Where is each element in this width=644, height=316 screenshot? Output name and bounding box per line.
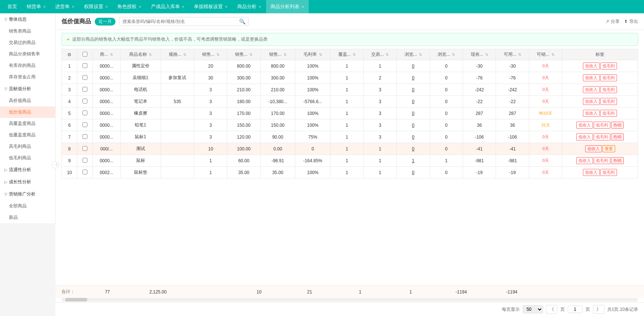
- scrollbar-thumb[interactable]: [65, 298, 87, 302]
- cell-browse1[interactable]: 0: [397, 84, 430, 96]
- nav-product-in[interactable]: 产成品入库单×: [147, 0, 189, 13]
- col-checkbox[interactable]: [77, 49, 93, 60]
- sidebar-collapse-button[interactable]: 《: [52, 161, 59, 169]
- browse-link[interactable]: 0: [412, 99, 415, 104]
- cell-browse1[interactable]: 0: [397, 60, 430, 72]
- first-page-button[interactable]: 《: [546, 305, 557, 314]
- close-icon[interactable]: ×: [259, 4, 261, 9]
- cell-browse1[interactable]: 0: [397, 131, 430, 143]
- close-icon[interactable]: ×: [302, 4, 304, 9]
- nav-permission[interactable]: 权限设置×: [80, 0, 112, 13]
- page-number-input[interactable]: [568, 306, 583, 313]
- browse-link[interactable]: 0: [412, 135, 415, 140]
- sidebar-item-new-goods[interactable]: 新品: [0, 212, 55, 223]
- cell-browse1[interactable]: 0: [397, 143, 430, 155]
- cell-browse1[interactable]: 0: [397, 96, 430, 108]
- export-button[interactable]: ⬆ 导出: [624, 18, 638, 25]
- sidebar-item-stock-goods[interactable]: 有库存的商品: [0, 60, 55, 71]
- row-checkbox[interactable]: [83, 158, 87, 163]
- cell-checkbox[interactable]: [77, 143, 93, 155]
- col-saleable[interactable]: 可销... ⇅: [529, 49, 562, 60]
- sidebar-group-growth[interactable]: ▷ 成长性分析: [0, 176, 55, 188]
- row-checkbox[interactable]: [83, 75, 87, 80]
- last-page-button[interactable]: 》: [593, 305, 604, 314]
- cell-checkbox[interactable]: [77, 167, 93, 179]
- close-icon[interactable]: ×: [225, 4, 227, 9]
- nav-analysis-list[interactable]: 商品分析列表×: [266, 0, 308, 13]
- sidebar-group-contribution[interactable]: ▽ 贡献值分析: [0, 83, 55, 95]
- row-checkbox[interactable]: [83, 146, 87, 151]
- cell-checkbox[interactable]: [77, 72, 93, 84]
- close-icon[interactable]: ×: [43, 4, 46, 9]
- cell-browse1[interactable]: 0: [397, 167, 430, 179]
- sidebar-item-high-margin[interactable]: 高毛利商品: [0, 141, 55, 152]
- share-button[interactable]: ↗ 分享: [606, 18, 620, 25]
- close-icon[interactable]: ×: [105, 4, 108, 9]
- col-available[interactable]: 可用... ⇅: [496, 49, 529, 60]
- cell-browse1[interactable]: 0: [397, 108, 430, 119]
- row-checkbox[interactable]: [83, 122, 87, 127]
- col-code[interactable]: 商... ⇅: [93, 49, 120, 60]
- col-browse1[interactable]: 浏览... ⇅: [397, 49, 430, 60]
- nav-template[interactable]: 单据模板设置×: [189, 0, 232, 13]
- cell-checkbox[interactable]: [77, 155, 93, 167]
- row-checkbox[interactable]: [83, 170, 87, 174]
- browse-link[interactable]: 0: [412, 87, 415, 92]
- row-checkbox[interactable]: [83, 111, 87, 115]
- sidebar-item-all-goods[interactable]: 全部商品: [0, 200, 55, 212]
- cell-checkbox[interactable]: [77, 108, 93, 119]
- sidebar-item-category-rate[interactable]: 商品分类销售率: [0, 48, 55, 60]
- cell-checkbox[interactable]: [77, 84, 93, 96]
- col-trade[interactable]: 交易... ⇅: [363, 49, 396, 60]
- sidebar-item-stock-capital[interactable]: 库存资金占用: [0, 71, 55, 83]
- sidebar-item-sales-goods[interactable]: 销售类商品: [0, 26, 55, 37]
- cell-checkbox[interactable]: [77, 96, 93, 108]
- nav-home[interactable]: 首页: [3, 0, 21, 13]
- col-stock[interactable]: 现有... ⇅: [463, 49, 496, 60]
- col-name[interactable]: 商品名称 ⇅: [120, 49, 161, 60]
- col-spec[interactable]: 规格... ⇅: [161, 49, 194, 60]
- sidebar-item-low-coverage[interactable]: 低覆盖度商品: [0, 129, 55, 141]
- row-checkbox[interactable]: [83, 99, 87, 103]
- row-checkbox[interactable]: [83, 63, 87, 68]
- sidebar-item-traded-goods[interactable]: 交易过的商品: [0, 37, 55, 48]
- close-icon[interactable]: ×: [139, 4, 141, 9]
- cell-browse1[interactable]: 0: [397, 119, 430, 131]
- cell-browse1[interactable]: 1: [397, 155, 430, 167]
- sidebar-item-low-value[interactable]: 低价值商品: [0, 106, 55, 118]
- col-amount2[interactable]: 销售... ⇅: [260, 49, 295, 60]
- nav-sales[interactable]: 销货单×: [22, 0, 50, 13]
- sidebar-item-high-value[interactable]: 高价值商品: [0, 95, 55, 106]
- sidebar-item-high-coverage[interactable]: 高覆盖度商品: [0, 118, 55, 129]
- close-icon[interactable]: ×: [72, 4, 74, 9]
- cell-checkbox[interactable]: [77, 60, 93, 72]
- col-gross-rate[interactable]: 毛利率 ⇅: [295, 49, 331, 60]
- cell-checkbox[interactable]: [77, 131, 93, 143]
- sidebar-group-overall[interactable]: ▽ 整体信息: [0, 13, 55, 26]
- row-checkbox[interactable]: [83, 134, 87, 139]
- col-qty[interactable]: 销售... ⇅: [194, 49, 227, 60]
- search-icon[interactable]: 🔍: [239, 18, 245, 24]
- browse-link[interactable]: 0: [412, 146, 415, 152]
- col-settings[interactable]: ⚙: [62, 49, 77, 60]
- filter-tag-recent-month[interactable]: 近一月: [95, 18, 115, 26]
- select-all-checkbox[interactable]: [83, 52, 87, 57]
- col-coverage[interactable]: 覆盖... ⇅: [331, 49, 363, 60]
- browse-link[interactable]: 0: [412, 75, 415, 81]
- browse-link[interactable]: 0: [412, 111, 415, 116]
- cell-browse1[interactable]: 0: [397, 72, 430, 84]
- horizontal-scrollbar[interactable]: [61, 298, 638, 302]
- page-size-select[interactable]: 50 100 200: [523, 305, 543, 313]
- col-browse2[interactable]: 浏览... ⇅: [430, 49, 463, 60]
- sidebar-group-marketing[interactable]: ▽ 营销推广分析: [0, 188, 55, 200]
- sidebar-group-circulation[interactable]: ▷ 流通性分析: [0, 164, 55, 176]
- browse-link[interactable]: 1: [412, 158, 415, 163]
- search-input[interactable]: [123, 19, 237, 24]
- browse-link[interactable]: 0: [412, 170, 415, 175]
- sidebar-item-low-margin[interactable]: 低毛利商品: [0, 152, 55, 164]
- nav-analysis[interactable]: 商品分析×: [233, 0, 265, 13]
- browse-link[interactable]: 0: [412, 123, 415, 128]
- row-checkbox[interactable]: [83, 87, 87, 92]
- cell-checkbox[interactable]: [77, 119, 93, 131]
- nav-purchase[interactable]: 进货单×: [51, 0, 78, 13]
